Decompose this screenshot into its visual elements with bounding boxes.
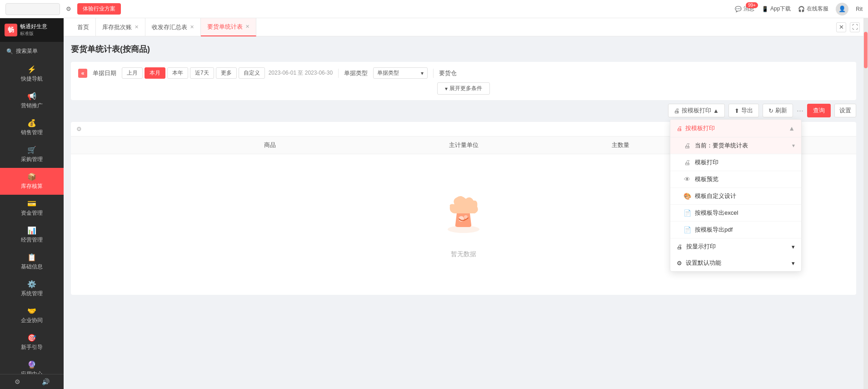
- sales-icon: 💰: [27, 119, 36, 127]
- dropdown-export-excel[interactable]: 📄 按模板导出excel: [670, 205, 801, 222]
- sidebar-item-apps[interactable]: 🔮 应用中心: [0, 356, 64, 374]
- expand-conditions-button[interactable]: ▾ 展开更多条件: [437, 82, 490, 95]
- guide-icon: 🎯: [27, 333, 36, 342]
- template-design-icon: 🎨: [683, 192, 691, 200]
- sidebar-item-finance[interactable]: 💳 资金管理: [0, 195, 64, 222]
- export-icon: ⬆: [734, 107, 739, 114]
- right-scrollbar-thumb: [864, 32, 868, 68]
- sidebar-item-operations[interactable]: 📊 经营管理: [0, 222, 64, 248]
- empty-icon: [436, 191, 491, 245]
- finance-icon: 💳: [27, 199, 36, 208]
- tab-batch-accounts[interactable]: 库存批次账 ✕: [96, 18, 145, 36]
- gear-icon[interactable]: ⚙: [64, 4, 74, 14]
- basic-icon: 📋: [27, 253, 36, 262]
- sidebar-search-button[interactable]: 🔍 搜索菜单: [4, 45, 60, 57]
- tab-order-stats[interactable]: 要货单统计表 ✕: [201, 18, 256, 36]
- dropdown-current-item[interactable]: 🖨 当前：要货单统计表 ▾: [670, 137, 801, 154]
- tab-home[interactable]: 首页: [71, 18, 96, 36]
- avatar[interactable]: 👤: [836, 3, 848, 15]
- dropdown-export-pdf[interactable]: 📄 按模板导出pdf: [670, 222, 801, 238]
- filter-btn-7days[interactable]: 近7天: [190, 67, 214, 79]
- export-button[interactable]: ⬆ 导出: [728, 104, 759, 117]
- headset-icon: 🎧: [798, 6, 805, 12]
- template-print-label: 模板打印: [695, 158, 795, 167]
- expand-row: ▾ 展开更多条件: [78, 82, 849, 95]
- sidebar-item-label: 应用中心: [21, 370, 43, 374]
- tab-batch-close-icon[interactable]: ✕: [135, 24, 139, 30]
- search-input[interactable]: [5, 3, 60, 15]
- top-bar-left: ⚙ 体验行业方案: [5, 3, 731, 15]
- filter-btn-this-month[interactable]: 本月: [145, 67, 165, 79]
- sidebar-item-quick-nav[interactable]: ⚡ 快捷导航: [0, 61, 64, 87]
- query-button[interactable]: 查询: [807, 104, 831, 117]
- settings-footer-icon[interactable]: ⚙: [15, 378, 20, 385]
- speaker-footer-icon[interactable]: 🔊: [42, 378, 50, 385]
- sidebar-item-sales[interactable]: 💰 销售管理: [0, 114, 64, 141]
- message-button[interactable]: 💬 消息 99+: [735, 5, 754, 13]
- settings-button[interactable]: 设置: [834, 104, 856, 117]
- print-header-icon: 🖨: [677, 125, 683, 132]
- try-industry-button[interactable]: 体验行业方案: [77, 3, 121, 15]
- sidebar-item-label: 库存核算: [21, 182, 43, 190]
- dropdown-template-design[interactable]: 🎨 模板自定义设计: [670, 188, 801, 205]
- refresh-button[interactable]: ↻ 刷新: [763, 104, 793, 117]
- message-icon: 💬: [735, 6, 742, 12]
- filter-btn-custom[interactable]: 自定义: [239, 67, 265, 79]
- warehouse-filter-label: 要货仓: [439, 69, 457, 77]
- sidebar-item-inventory[interactable]: 📦 库存核算: [0, 168, 64, 195]
- filter-btn-last-month[interactable]: 上月: [122, 67, 143, 79]
- filter-divider: [338, 69, 339, 78]
- dropdown-display-print[interactable]: 🖨 按显示打印 ▾: [670, 238, 801, 255]
- table-col-product: 商品: [155, 136, 385, 154]
- sidebar-item-purchase[interactable]: 🛒 采购管理: [0, 141, 64, 168]
- tab-receipt-summary[interactable]: 收发存汇总表 ✕: [145, 18, 201, 36]
- tab-order-stats-label: 要货单统计表: [207, 23, 243, 31]
- expand-btn-label: 展开更多条件: [449, 85, 482, 92]
- table-col-checkbox: [71, 141, 155, 150]
- default-func-label: 设置默认功能: [686, 259, 721, 267]
- sidebar-item-guide[interactable]: 🎯 新手引导: [0, 329, 64, 356]
- sidebar-item-basic[interactable]: 📋 基础信息: [0, 248, 64, 275]
- chevron-down-icon: ▾: [421, 70, 424, 76]
- dropdown-default-func[interactable]: ⚙ 设置默认功能 ▾: [670, 255, 801, 271]
- dropdown-close-icon[interactable]: ▲: [788, 125, 795, 132]
- type-filter-value: 单据类型: [377, 69, 399, 77]
- filter-divider2: [433, 69, 434, 78]
- operations-icon: 📊: [27, 226, 36, 235]
- user-name: Rit: [856, 6, 863, 12]
- dropdown-template-print[interactable]: 🖨 模板打印: [670, 154, 801, 171]
- filter-btn-this-year[interactable]: 本年: [167, 67, 188, 79]
- logo-text-block: 畅通好生意 标准版: [20, 23, 47, 37]
- filter-btn-more[interactable]: 更多: [216, 67, 237, 79]
- search-icon: 🔍: [6, 48, 13, 55]
- sidebar-item-label: 营销推广: [21, 102, 43, 110]
- sidebar-item-label: 资金管理: [21, 209, 43, 217]
- template-preview-label: 模板预览: [695, 175, 795, 183]
- more-icon[interactable]: ···: [797, 106, 803, 116]
- avatar-icon: 👤: [838, 5, 846, 12]
- app-download-button[interactable]: 📱 App下载: [762, 5, 791, 13]
- online-service-button[interactable]: 🎧 在线客服: [798, 5, 828, 13]
- print-button[interactable]: 🖨 按模板打印 ▲: [668, 104, 725, 117]
- sidebar-item-collab[interactable]: 🤝 企业协同: [0, 302, 64, 329]
- settings-table-icon[interactable]: ⚙: [76, 126, 82, 132]
- tab-order-close-icon[interactable]: ✕: [245, 24, 249, 30]
- top-bar: ⚙ 体验行业方案 💬 消息 99+ 📱 App下载 🎧 在线客服 👤 Rit: [0, 0, 868, 18]
- export-label: 导出: [741, 106, 753, 115]
- dropdown-default-left: ⚙ 设置默认功能: [677, 259, 721, 267]
- dropdown-template-preview[interactable]: 👁 模板预览: [670, 171, 801, 188]
- page-title: 要货单统计表(按商品): [71, 44, 856, 55]
- right-scrollbar[interactable]: [863, 18, 868, 389]
- tabs-close-button[interactable]: ✕: [836, 22, 846, 32]
- sidebar-item-marketing[interactable]: 📢 营销推广: [0, 87, 64, 114]
- sidebar-footer: ⚙ 🔊: [0, 374, 64, 389]
- layout: 畅 畅通好生意 标准版 🔍 搜索菜单 ⚡ 快捷导航 📢 营销推广 💰: [0, 18, 868, 389]
- collapse-icon[interactable]: «: [78, 69, 87, 78]
- sidebar-item-system[interactable]: ⚙️ 系统管理: [0, 275, 64, 302]
- tab-receipt-close-icon[interactable]: ✕: [190, 24, 194, 30]
- tabs-maximize-button[interactable]: ⛶: [850, 22, 860, 32]
- date-filter-group: 上月 本月 本年 近7天 更多 自定义 2023-06-01 至 2023-06…: [122, 67, 333, 79]
- sidebar-item-label: 快捷导航: [21, 75, 43, 83]
- type-filter-select[interactable]: 单据类型 ▾: [373, 67, 428, 79]
- system-icon: ⚙️: [27, 280, 36, 288]
